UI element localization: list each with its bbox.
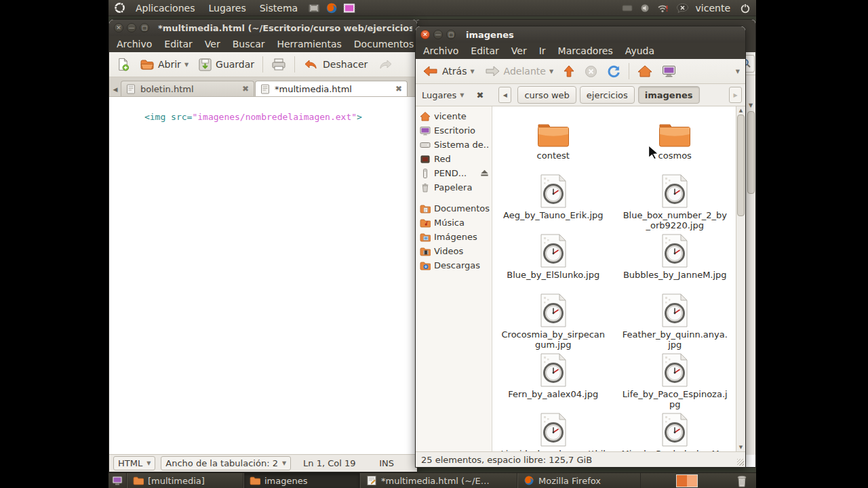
scrollbar-thumb[interactable] — [737, 115, 745, 216]
undo-button[interactable]: Deshacer — [299, 56, 372, 73]
keyboard-indicator-icon[interactable] — [622, 4, 633, 12]
file-item[interactable]: cosmos — [621, 113, 728, 173]
menu-item[interactable]: Marcadores — [552, 43, 619, 59]
language-dropdown[interactable]: HTML ▼ — [113, 456, 155, 470]
sidebar-item[interactable]: Sistema de... — [416, 138, 492, 152]
scrollbar-thumb[interactable] — [747, 111, 755, 194]
breadcrumb-button[interactable]: imagenes — [638, 86, 700, 104]
nautilus-titlebar[interactable]: ✕ — ▢ imagenes — [416, 26, 745, 43]
places-dropdown[interactable]: Lugares ▼ — [419, 90, 467, 100]
panel-menu[interactable]: Lugares — [201, 0, 252, 16]
taskbar-window-button[interactable]: Mozilla Firefox — [517, 473, 641, 488]
username-menu[interactable]: vicente — [696, 3, 730, 14]
file-item[interactable]: Blue_box_number_2_by_orb9220.jpg — [621, 173, 728, 232]
taskbar-window-button[interactable]: *multimedia.html (~/E… — [360, 473, 517, 488]
tab-scroll-left-icon[interactable]: ◀ — [111, 83, 120, 96]
file-item[interactable]: Crocosmia_by_sirpecangum.jpg — [500, 292, 607, 352]
menu-item[interactable]: Ver — [505, 43, 533, 59]
code-editor[interactable]: <img src="imagenes/nombredelaimagen.ext"… — [109, 97, 417, 454]
volume-indicator-icon[interactable] — [639, 3, 650, 13]
print-button[interactable] — [267, 56, 290, 73]
tab-close-icon[interactable]: ✖ — [395, 84, 402, 94]
menu-item[interactable]: Documentos — [348, 36, 418, 52]
menu-item[interactable]: Archivo — [111, 36, 158, 52]
firefox-launcher-icon[interactable] — [325, 1, 338, 15]
resize-grip[interactable] — [737, 459, 744, 466]
file-item[interactable]: Blue_by_ElSlunko.jpg — [500, 232, 607, 292]
file-item[interactable]: Bubbles_by_JanneM.jpg — [621, 232, 728, 292]
sidebar-item[interactable]: Red — [416, 152, 492, 166]
file-item[interactable]: Life_by_Paco_Espinoza.jpg — [621, 352, 728, 411]
screen-capture-icon[interactable] — [342, 1, 356, 15]
workspace-2[interactable] — [687, 475, 697, 487]
panel-menu[interactable]: Sistema — [253, 0, 304, 16]
menu-item[interactable]: Ayuda — [619, 43, 660, 59]
back-button[interactable]: Atrás ▼ — [418, 63, 479, 79]
refresh-button[interactable] — [603, 62, 625, 80]
sidebar-item[interactable]: Escritorio — [416, 123, 492, 138]
me-menu-chat-icon[interactable] — [676, 3, 689, 14]
file-item[interactable]: Fern_by_aalex04.jpg — [500, 352, 607, 411]
minimize-button[interactable]: — — [127, 23, 136, 33]
taskbar-window-button[interactable]: imagenes — [243, 473, 360, 488]
file-item[interactable]: Liquid_glass_by_matthileo.jpg — [500, 411, 607, 451]
tab-width-dropdown[interactable]: Ancho de la tabulación: 2 ▼ — [161, 456, 291, 470]
home-button[interactable] — [633, 62, 656, 80]
forward-button[interactable]: Adelante ▼ — [480, 63, 557, 79]
taskbar-window-button[interactable]: [multimedia] — [127, 473, 243, 488]
menu-item[interactable]: Editar — [158, 36, 198, 52]
tab-close-icon[interactable]: ✖ — [242, 84, 249, 94]
close-button[interactable]: ✕ — [420, 30, 430, 39]
menu-item[interactable]: Editar — [465, 43, 505, 59]
trash-applet-icon[interactable] — [736, 474, 749, 487]
breadcrumb-button[interactable]: curso web — [517, 86, 576, 104]
sidebar-item[interactable]: Papelera — [416, 180, 492, 195]
sidebar-close-icon[interactable]: ✖ — [476, 90, 484, 100]
file-item[interactable]: contest — [500, 113, 607, 173]
toolbar-overflow-icon[interactable]: ▼ — [736, 68, 740, 75]
open-button[interactable]: Abrir ▼ — [136, 56, 193, 73]
sidebar-item[interactable]: Música — [416, 216, 492, 230]
network-indicator-icon[interactable] — [657, 3, 669, 13]
new-document-button[interactable] — [112, 55, 134, 74]
menu-item[interactable]: Ver — [199, 36, 226, 52]
breadcrumb-button[interactable]: ejercicios — [580, 86, 635, 104]
sidebar-item[interactable]: Descargas — [416, 258, 492, 272]
file-item[interactable]: Feather_by_quinn.anya.jpg — [621, 292, 728, 352]
crumb-scroll-left[interactable]: ◀ — [498, 87, 511, 103]
editor-tab[interactable]: *multimedia.html ✖ — [255, 81, 408, 96]
minimize-button[interactable]: — — [433, 30, 443, 39]
crumb-scroll-right[interactable]: ▶ — [729, 87, 742, 103]
maximize-button[interactable]: ▢ — [140, 23, 149, 33]
close-button[interactable]: ✕ — [114, 23, 123, 33]
power-icon[interactable] — [740, 3, 751, 14]
sidebar-item[interactable]: PEND... — [416, 166, 492, 180]
redo-button[interactable] — [373, 56, 397, 73]
sidebar-item[interactable]: Videos — [416, 244, 492, 258]
gedit-titlebar[interactable]: ✕ — ▢ *multimedia.html (~/Escritorio/cur… — [109, 20, 417, 36]
panel-menu[interactable]: Aplicaciones — [129, 0, 201, 16]
save-button[interactable]: Guardar — [194, 56, 258, 74]
ubuntu-logo-icon[interactable] — [113, 1, 126, 15]
menu-item[interactable]: Buscar — [226, 36, 271, 52]
computer-button[interactable] — [658, 63, 680, 80]
sidebar-item[interactable]: Documentos — [416, 201, 492, 216]
movie-player-icon[interactable] — [307, 1, 321, 15]
workspace-1[interactable] — [677, 475, 687, 487]
stop-button[interactable] — [580, 63, 601, 80]
menu-item[interactable]: Herramientas — [271, 36, 347, 52]
eject-icon[interactable] — [479, 169, 490, 178]
file-item[interactable]: Aeg_by_Tauno_Erik.jpg — [500, 173, 607, 232]
editor-tab[interactable]: boletin.html ✖ — [121, 81, 254, 96]
sidebar-item[interactable]: Imágenes — [416, 230, 492, 244]
maximize-button[interactable]: ▢ — [446, 30, 456, 39]
file-grid-scrollbar[interactable]: ▲ ▼ — [736, 106, 745, 451]
menu-item[interactable]: Archivo — [417, 43, 465, 59]
menu-item[interactable]: Ir — [533, 43, 552, 59]
file-item[interactable]: Mirada_Perduda_by_Marxicoli.jpg — [621, 411, 728, 451]
workspace-switcher[interactable] — [676, 474, 698, 487]
show-desktop-button[interactable] — [108, 473, 127, 488]
firefox-scrollbar[interactable]: ▼ — [745, 75, 755, 455]
up-button[interactable] — [559, 62, 579, 80]
sidebar-item[interactable]: vicente — [416, 109, 492, 123]
